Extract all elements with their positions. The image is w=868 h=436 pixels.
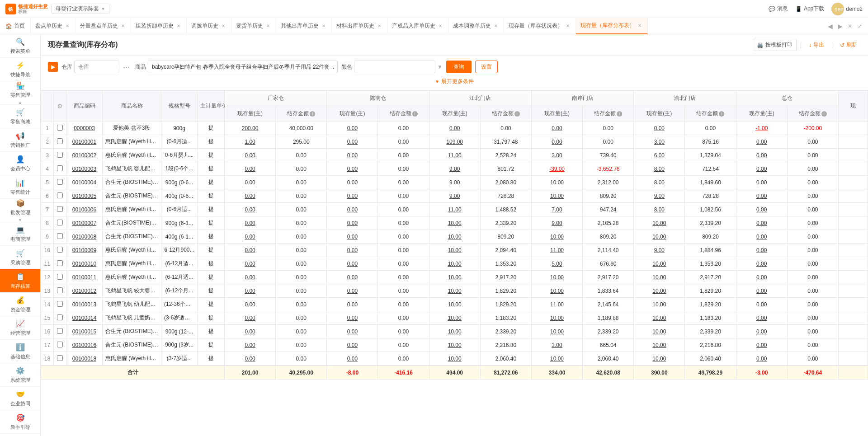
row-checkbox[interactable] [57,314,63,320]
sidebar-item-ecommerce[interactable]: 💻 电商管理 [0,222,40,246]
sidebar-item-search[interactable]: 🔍 搜索英单 [0,34,40,58]
code-link[interactable]: 00100018 [72,356,96,362]
cn-qty-link[interactable]: 0.00 [347,315,358,321]
cell-checkbox[interactable] [54,189,66,203]
nav-tab-7[interactable]: 产成品入库单历史 ✕ [387,18,448,34]
cell-checkbox[interactable] [54,352,66,366]
msg-btn[interactable]: 💬 消息 [769,5,788,13]
cell-checkbox[interactable] [54,271,66,284]
tot-qty-link[interactable]: -1.00 [755,125,768,131]
na-qty-link[interactable]: 10.00 [550,315,564,321]
nav-tab-8[interactable]: 成本调整单历史 ✕ [448,18,504,34]
yb-qty-link[interactable]: 10.00 [652,328,666,335]
jb-qty-link[interactable]: 10.00 [448,220,462,226]
nav-tab-10-close[interactable]: ✕ [637,23,643,28]
na-qty-link[interactable]: 0.00 [552,125,562,131]
tot-qty-link[interactable]: 0.00 [756,179,767,186]
yb-qty-link[interactable]: 10.00 [652,261,666,267]
row-checkbox[interactable] [57,274,63,280]
color-dropdown-icon[interactable]: ▼ [437,64,443,70]
nav-tab-5[interactable]: 其他出库单历史 ✕ [276,18,332,34]
nav-tab-0-close[interactable]: ✕ [64,23,71,29]
nav-tab-2[interactable]: 组装折卸单历史 ✕ [131,18,187,34]
tot-qty-link[interactable]: 0.00 [756,206,767,213]
yb-qty-link[interactable]: 10.00 [652,220,666,226]
jb-qty-link[interactable]: 10.00 [448,247,462,253]
f-qty-link[interactable]: 0.00 [245,356,255,362]
nav-tab-4-close[interactable]: ✕ [265,23,271,29]
na-qty-link[interactable]: 10.00 [550,288,564,294]
jb-qty-link[interactable]: 10.00 [448,274,462,281]
warehouse-dots[interactable]: ··· [121,62,132,72]
jb-qty-link[interactable]: 10.00 [448,234,462,240]
tot-qty-link[interactable]: 0.00 [756,193,767,199]
cn-qty-link[interactable]: 0.00 [347,206,358,213]
code-link[interactable]: 00100013 [72,301,96,308]
na-qty-link[interactable]: 0.00 [552,139,562,145]
cell-checkbox[interactable] [54,149,66,162]
cell-checkbox[interactable] [54,284,66,298]
export-btn[interactable]: ↓ 导出 [805,39,828,51]
jb-qty-link[interactable]: 10.00 [448,315,462,321]
cn-qty-link[interactable]: 0.00 [347,274,358,281]
yb-qty-link[interactable]: 10.00 [652,274,666,281]
nav-tab-9[interactable]: 现存量（库存状况表） ✕ [504,18,576,34]
info-icon-1[interactable]: i [310,111,315,117]
na-qty-link[interactable]: 9.00 [552,220,562,226]
nav-tab-4[interactable]: 要货单历史 ✕ [231,18,276,34]
f-qty-link[interactable]: 0.00 [245,261,255,267]
code-link[interactable]: 00100006 [72,206,96,213]
sidebar-item-system[interactable]: ⚙️ 系统管理 [0,363,40,387]
tot-qty-link[interactable]: 0.00 [756,261,767,267]
print-btn[interactable]: 🖨️ 按模板打印 [753,39,797,51]
info-icon-6[interactable]: i [821,111,827,117]
f-qty-link[interactable]: 0.00 [245,274,255,281]
nav-tab-7-close[interactable]: ✕ [437,23,443,29]
na-qty-link[interactable]: 5.00 [552,261,562,267]
sidebar-item-retail-mgmt[interactable]: 🏪 零售管理 ▲ [0,81,40,105]
row-checkbox[interactable] [57,165,63,171]
f-qty-link[interactable]: 0.00 [245,288,255,294]
tot-qty-link[interactable]: 0.00 [756,288,767,294]
yb-qty-link[interactable]: 10.00 [652,342,666,348]
cn-qty-link[interactable]: 0.00 [347,288,358,294]
cn-qty-link[interactable]: 0.00 [347,261,358,267]
nav-expand-btn[interactable]: ⤢ [855,18,864,34]
cell-checkbox[interactable] [54,162,66,176]
sidebar-item-retail-mall[interactable]: 🛒 零售商城 [0,105,40,128]
jb-qty-link[interactable]: 109.00 [446,139,463,145]
jb-qty-link[interactable]: 10.00 [448,342,462,348]
f-qty-link[interactable]: 0.00 [245,328,255,335]
yb-qty-link[interactable]: 0.00 [654,125,665,131]
cn-qty-link[interactable]: 0.00 [347,328,358,335]
code-link[interactable]: 00100007 [72,220,96,226]
nav-tab-9-close[interactable]: ✕ [565,23,571,29]
jb-qty-link[interactable]: 9.00 [449,179,460,186]
code-link[interactable]: 00100002 [72,152,96,159]
yb-qty-link[interactable]: 8.00 [654,206,665,213]
cell-checkbox[interactable] [54,230,66,244]
code-link[interactable]: 00100011 [72,274,96,281]
tot-qty-link[interactable]: 0.00 [756,274,767,281]
filter-collapse-btn[interactable]: ▶ [48,62,58,72]
sidebar-item-operations[interactable]: 📈 经营管理 [0,316,40,340]
yb-qty-link[interactable]: 10.00 [652,234,666,240]
code-link[interactable]: 00100005 [72,193,96,199]
jb-qty-link[interactable]: 0.00 [449,125,460,131]
yb-qty-link[interactable]: 10.00 [652,315,666,321]
cn-qty-link[interactable]: 0.00 [347,193,358,199]
cell-checkbox[interactable] [54,311,66,325]
row-checkbox[interactable] [57,233,63,239]
cell-checkbox[interactable] [54,216,66,230]
f-qty-link[interactable]: 0.00 [245,220,255,226]
row-checkbox[interactable] [57,152,63,158]
tot-qty-link[interactable]: 0.00 [756,234,767,240]
na-qty-link[interactable]: 10.00 [550,274,564,281]
row-checkbox[interactable] [57,179,63,185]
info-icon-5[interactable]: i [719,111,724,117]
cell-checkbox[interactable] [54,244,66,257]
warehouse-input[interactable] [74,61,119,73]
yb-qty-link[interactable]: 10.00 [652,288,666,294]
sidebar-item-purchase[interactable]: 🛒 采购管理 [0,246,40,269]
org-selector[interactable]: 母婴行业演示陈套 ▼ [52,4,109,14]
